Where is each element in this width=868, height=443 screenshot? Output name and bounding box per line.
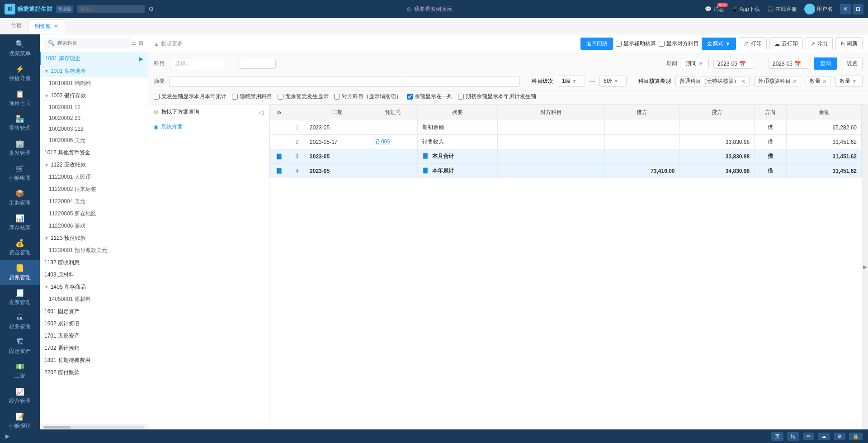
tag-normal[interactable]: 普通科目（无特殊核算） ✕ bbox=[675, 76, 750, 86]
tree-item-1002[interactable]: ▼ 1002 银行存款 bbox=[40, 90, 148, 102]
cb-balance-col[interactable]: 余额显示在一列 bbox=[407, 93, 453, 100]
tree-item-1702[interactable]: 1702 累计摊销 bbox=[40, 342, 148, 354]
status-en-button[interactable]: 英 bbox=[771, 432, 783, 441]
tree-item-1403[interactable]: 1403 原材料 bbox=[40, 269, 148, 281]
tree-item-14050001[interactable]: 14050001 原材料 bbox=[40, 293, 148, 305]
tree-item-10020006[interactable]: 10020006 美元 bbox=[40, 134, 148, 147]
tree-next-icon[interactable]: ▶ bbox=[139, 56, 143, 62]
sidebar-item-salary[interactable]: 💵 工资 bbox=[0, 359, 40, 384]
cb-balance-col-input[interactable] bbox=[407, 94, 413, 100]
tree-item-1701[interactable]: 1701 无形资产 bbox=[40, 330, 148, 342]
show-counterpart-input[interactable] bbox=[659, 41, 665, 47]
tree-list-icon[interactable]: ☰ bbox=[131, 40, 136, 46]
show-auxiliary-checkbox[interactable]: 显示辅助核算 bbox=[616, 40, 656, 48]
settings-button[interactable]: 设置 bbox=[842, 57, 863, 70]
level-start-select[interactable]: 1级 ▼ bbox=[558, 76, 585, 87]
tree-item-10020003[interactable]: 10020003 122 bbox=[40, 124, 148, 134]
show-auxiliary-input[interactable] bbox=[616, 41, 622, 47]
sidebar-item-purchase[interactable]: 📦 采购管理 bbox=[0, 186, 40, 210]
query-button[interactable]: 查询 bbox=[814, 57, 837, 70]
sidebar-item-report[interactable]: 📝 小畅报销 bbox=[0, 409, 40, 429]
tab-home[interactable]: 首页 bbox=[5, 19, 28, 33]
tag-foreign-remove[interactable]: ✕ bbox=[793, 78, 797, 85]
th-settings-icon[interactable]: ⚙ bbox=[277, 110, 282, 116]
tree-item-1122[interactable]: ▼ 1122 应收账款 bbox=[40, 159, 148, 171]
maximize-window-button[interactable]: ⊡ bbox=[853, 4, 863, 14]
tree-item-11220006[interactable]: 11220006 游戏 bbox=[40, 220, 148, 232]
category-more-select[interactable]: 数量 ▼ bbox=[835, 76, 863, 87]
cb-no-occurrence[interactable]: 无发生额显示本月本年累计 bbox=[154, 93, 226, 100]
period-end-date[interactable]: 2023-05 📅 bbox=[769, 59, 809, 69]
right-collapse-panel[interactable]: ▶ bbox=[862, 105, 868, 429]
tree-item-1801[interactable]: 1801 长期待摊费用 bbox=[40, 354, 148, 367]
tree-item-10020002[interactable]: 10020002 23 bbox=[40, 113, 148, 124]
demo-link[interactable]: ◎ 我要看实例演示 bbox=[407, 5, 452, 13]
cloud-print-button[interactable]: ☁ 云打印 bbox=[769, 37, 803, 50]
show-counterpart-checkbox[interactable]: 显示对方科目 bbox=[659, 40, 699, 48]
period-start-date[interactable]: 2023-05 📅 bbox=[713, 59, 754, 69]
sidebar-item-project[interactable]: 📋 项目合同 bbox=[0, 86, 40, 111]
tree-item-1601[interactable]: 1601 固定资产 bbox=[40, 305, 148, 318]
tree-item-1132[interactable]: 1132 应收利息 bbox=[40, 257, 148, 269]
close-window-button[interactable]: ✕ bbox=[840, 4, 851, 14]
app-download-button[interactable]: 📱 App下载 bbox=[731, 5, 760, 13]
tree-item-1405[interactable]: ▼ 1405 库存商品 bbox=[40, 281, 148, 293]
tree-item-10020001[interactable]: 10020001 12 bbox=[40, 102, 148, 113]
sidebar-item-search[interactable]: 🔍 搜索菜单 bbox=[0, 36, 40, 61]
tree-item-11220005[interactable]: 11220005 所在地区 bbox=[40, 208, 148, 220]
sidebar-item-ecommerce[interactable]: 🛒 小畅电商 bbox=[0, 161, 40, 186]
cb-opening-balance-input[interactable] bbox=[458, 94, 464, 100]
sidebar-item-inventory[interactable]: 📊 库存核算 bbox=[0, 210, 40, 235]
tag-normal-remove[interactable]: ✕ bbox=[741, 78, 745, 85]
sidebar-item-quick[interactable]: ⚡ 快捷导航 bbox=[0, 61, 40, 86]
status-lock-button[interactable]: 🔒 bbox=[849, 433, 863, 440]
gold-mode-button[interactable]: 金额式 ▼ bbox=[702, 38, 736, 50]
sidebar-item-wholesale[interactable]: 🏢 批发管理 bbox=[0, 136, 40, 161]
status-settings-button[interactable]: ⚙ bbox=[834, 433, 845, 440]
tree-item-1012[interactable]: 1012 其他货币资金 bbox=[40, 147, 148, 159]
print-button[interactable]: 🖨 打印 bbox=[739, 37, 767, 50]
cb-opening-balance[interactable]: 期初余额显示本年累计发生额 bbox=[458, 93, 536, 100]
tree-item-10010001[interactable]: 10010001 哟哟哟 bbox=[40, 77, 148, 90]
tree-item-11220002[interactable]: 11220002 往来标签 bbox=[40, 183, 148, 195]
top-search-input[interactable] bbox=[77, 5, 145, 13]
settings-icon[interactable]: ⚙ bbox=[148, 5, 154, 13]
user-area[interactable]: 用户名 bbox=[804, 4, 833, 14]
cb-no-occurrence-input[interactable] bbox=[154, 94, 160, 100]
period-type-select[interactable]: 期间 ▼ bbox=[682, 58, 709, 69]
sidebar-item-capital[interactable]: 💰 资金管理 bbox=[0, 235, 40, 260]
go-back-old-button[interactable]: 退回旧版 bbox=[580, 38, 613, 50]
summary-input[interactable] bbox=[169, 76, 520, 87]
cb-no-balance[interactable]: 无余额无发生显示 bbox=[278, 93, 329, 100]
status-cn-button[interactable]: 转 bbox=[787, 432, 799, 441]
collapse-more-button[interactable]: ▲ 收起更多 bbox=[154, 40, 183, 48]
tree-item-1123[interactable]: ▼ 1123 预付账款 bbox=[40, 232, 148, 244]
tree-search-input[interactable] bbox=[57, 40, 127, 46]
cb-hide-banned[interactable]: 隐藏禁用科目 bbox=[232, 93, 272, 100]
cb-counterpart-input[interactable] bbox=[334, 94, 340, 100]
tab-detail[interactable]: 明细账 ✕ bbox=[28, 19, 65, 33]
cb-hide-banned-input[interactable] bbox=[232, 94, 238, 100]
subject-end-select[interactable]: ··· bbox=[240, 59, 276, 69]
tree-item-1001[interactable]: ▼ 1001 库存现金 bbox=[40, 65, 148, 77]
tree-item-11220001[interactable]: 11220001 人民币 bbox=[40, 171, 148, 183]
sidebar-item-general[interactable]: 📒 总账管理 bbox=[0, 260, 40, 285]
status-cloud-button[interactable]: ☁ bbox=[818, 433, 830, 440]
sidebar-item-retail[interactable]: 🏪 零售管理 bbox=[0, 111, 40, 136]
tag-quantity-remove[interactable]: ✕ bbox=[822, 78, 827, 85]
tree-item-2202[interactable]: 2202 应付账款 bbox=[40, 367, 148, 379]
refresh-button[interactable]: ↻ 刷新 bbox=[835, 37, 863, 50]
online-service-button[interactable]: 🎧 在线客服 bbox=[767, 5, 797, 13]
notification-button[interactable]: 💬 消息 99+ bbox=[705, 5, 724, 13]
tag-quantity[interactable]: 数量 ✕ bbox=[806, 76, 831, 86]
tree-item-1602[interactable]: 1602 累计折旧 bbox=[40, 318, 148, 330]
tree-scrollbar[interactable] bbox=[40, 424, 148, 429]
tree-item-11220004[interactable]: 11220004 美元 bbox=[40, 195, 148, 208]
sidebar-item-tax[interactable]: 🏛 税务管理 bbox=[0, 310, 40, 334]
tree-item-11230001[interactable]: 11230001 预付账款美元 bbox=[40, 244, 148, 257]
row2-voucher-link[interactable]: 记-006 bbox=[374, 138, 390, 145]
sidebar-item-invoice[interactable]: 🧾 发票管理 bbox=[0, 285, 40, 310]
collapse-panel-icon[interactable]: ◁ bbox=[259, 109, 264, 116]
tree-expand-icon[interactable]: ⊞ bbox=[139, 40, 143, 46]
cb-counterpart[interactable]: 对方科目（显示辅助项） bbox=[334, 93, 401, 100]
